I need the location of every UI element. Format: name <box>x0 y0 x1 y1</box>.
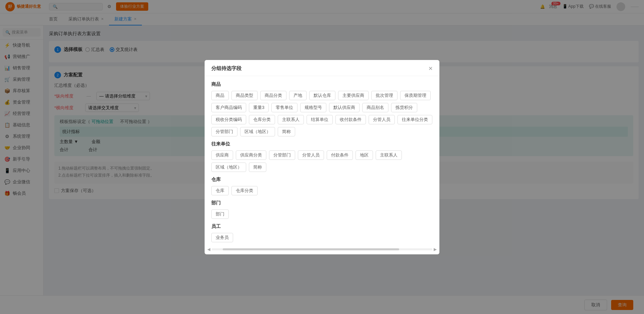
modal-body[interactable]: 商品 商品商品类型商品分类产地默认仓库主要供应商批次管理保质期管理客户商品编码重… <box>205 76 439 246</box>
field-tag[interactable]: 结算单位 <box>307 115 333 124</box>
field-grid-warehouse: 仓库仓库分类 <box>211 186 433 195</box>
field-tag[interactable]: 重量3 <box>249 103 269 112</box>
field-tag[interactable]: 分管部门 <box>269 150 295 160</box>
field-tag[interactable]: 地区 <box>356 150 373 160</box>
modal-header: 分组待选字段 ✕ <box>205 60 439 76</box>
field-tag[interactable]: 简称 <box>249 163 266 172</box>
field-tag[interactable]: 税收分类编码 <box>211 115 246 124</box>
field-grid-goods: 商品商品类型商品分类产地默认仓库主要供应商批次管理保质期管理客户商品编码重量3零… <box>211 91 433 136</box>
field-tag[interactable]: 分管人员 <box>298 150 324 160</box>
field-tag[interactable]: 主联系人 <box>376 150 402 160</box>
field-tag[interactable]: 商品别名 <box>362 103 388 112</box>
field-tag[interactable]: 业务员 <box>211 233 233 242</box>
field-tag[interactable]: 商品 <box>211 91 229 100</box>
field-tag[interactable]: 仓库 <box>211 186 229 195</box>
modal-scrollbar-area: ◀ ▶ <box>205 246 439 254</box>
scroll-left-btn[interactable]: ◀ <box>207 247 210 252</box>
field-tag[interactable]: 规格型号 <box>300 103 326 112</box>
modal-horizontal-scrollbar[interactable] <box>212 248 432 250</box>
field-tag[interactable]: 默认供应商 <box>329 103 360 112</box>
field-tag[interactable]: 仓库分类 <box>249 115 275 124</box>
field-tag[interactable]: 分管人员 <box>369 115 395 124</box>
field-tag[interactable]: 付款条件 <box>327 150 353 160</box>
modal-close-button[interactable]: ✕ <box>428 65 433 72</box>
field-tag[interactable]: 分管部门 <box>211 127 237 136</box>
field-tag[interactable]: 商品分类 <box>260 91 286 100</box>
section-title-staff: 员工 <box>211 224 433 230</box>
field-tag[interactable]: 供应商 <box>211 150 233 160</box>
field-tag[interactable]: 区域（地区） <box>211 163 246 172</box>
modal-title: 分组待选字段 <box>211 65 241 72</box>
field-grid-dept: 部门 <box>211 209 433 219</box>
section-title-warehouse: 仓库 <box>211 177 433 183</box>
section-title-dept: 部门 <box>211 200 433 206</box>
field-tag[interactable]: 主联系人 <box>278 115 304 124</box>
field-tag[interactable]: 部门 <box>211 209 229 219</box>
field-tag[interactable]: 简称 <box>278 127 295 136</box>
field-tag[interactable]: 产地 <box>289 91 307 100</box>
field-tag[interactable]: 商品类型 <box>231 91 258 100</box>
scroll-right-btn[interactable]: ▶ <box>434 247 437 252</box>
field-tag[interactable]: 保质期管理 <box>400 91 431 100</box>
field-tag[interactable]: 零售单位 <box>271 103 298 112</box>
field-tag[interactable]: 区域（地区） <box>240 127 275 136</box>
field-tag[interactable]: 批次管理 <box>371 91 397 100</box>
field-tag[interactable]: 主要供应商 <box>338 91 369 100</box>
field-tag[interactable]: 收付款条件 <box>335 115 366 124</box>
field-tag[interactable]: 默认仓库 <box>309 91 335 100</box>
field-tag[interactable]: 仓库分类 <box>231 186 258 195</box>
field-tag[interactable]: 拣货积分 <box>391 103 417 112</box>
field-tag[interactable]: 供应商分类 <box>236 150 266 160</box>
scroll-thumb <box>223 248 399 250</box>
field-tag[interactable]: 往来单位分类 <box>397 115 432 124</box>
field-tag[interactable]: 客户商品编码 <box>211 103 246 112</box>
field-selection-modal: 分组待选字段 ✕ 商品 商品商品类型商品分类产地默认仓库主要供应商批次管理保质期… <box>205 60 439 254</box>
field-grid-staff: 业务员 <box>211 233 433 242</box>
field-grid-partner: 供应商供应商分类分管部门分管人员付款条件地区主联系人区域（地区）简称 <box>211 150 433 172</box>
section-title-partner: 往来单位 <box>211 141 433 147</box>
section-title-goods: 商品 <box>211 81 433 87</box>
